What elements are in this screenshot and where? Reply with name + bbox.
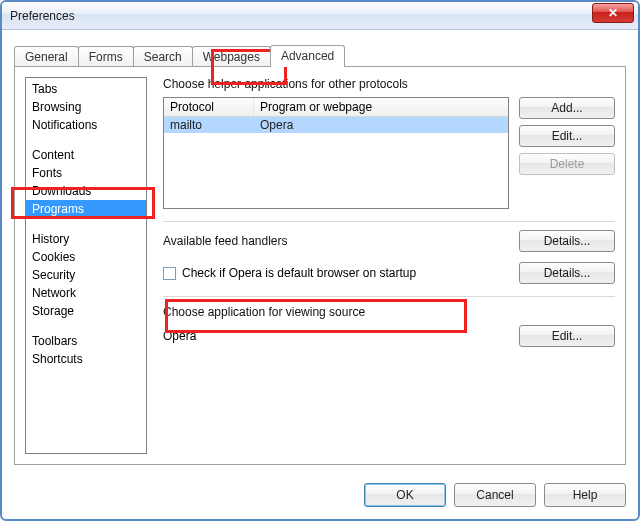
protocol-cell: mailto xyxy=(164,117,254,133)
feed-handlers-row: Available feed handlers Details... xyxy=(163,230,615,252)
edit-button[interactable]: Edit... xyxy=(519,125,615,147)
sidebar-item-browsing[interactable]: Browsing xyxy=(26,98,146,116)
tab-advanced[interactable]: Advanced xyxy=(270,45,345,67)
tab-forms[interactable]: Forms xyxy=(78,46,134,67)
sidebar-item-notifications[interactable]: Notifications xyxy=(26,116,146,134)
table-row[interactable]: mailto Opera xyxy=(164,117,508,133)
helper-apps-label: Choose helper applications for other pro… xyxy=(163,77,615,91)
tab-general[interactable]: General xyxy=(14,46,79,67)
protocol-col-header-protocol[interactable]: Protocol xyxy=(164,98,254,116)
close-icon: ✕ xyxy=(608,7,618,19)
protocol-table-header: Protocol Program or webpage xyxy=(164,98,508,117)
separator xyxy=(163,221,615,222)
sidebar-item-downloads[interactable]: Downloads xyxy=(26,182,146,200)
protocol-col-header-program[interactable]: Program or webpage xyxy=(254,98,508,116)
default-browser-row: Check if Opera is default browser on sta… xyxy=(163,262,615,284)
default-browser-label: Check if Opera is default browser on sta… xyxy=(182,266,416,280)
dialog-button-row: OK Cancel Help xyxy=(2,473,638,519)
preferences-window: Preferences ✕ General Forms Search Webpa… xyxy=(0,0,640,521)
titlebar: Preferences ✕ xyxy=(2,2,638,30)
default-browser-details-button[interactable]: Details... xyxy=(519,262,615,284)
sidebar-item-cookies[interactable]: Cookies xyxy=(26,248,146,266)
ok-button[interactable]: OK xyxy=(364,483,446,507)
feed-details-button[interactable]: Details... xyxy=(519,230,615,252)
client-area: General Forms Search Webpages Advanced T… xyxy=(2,30,638,473)
protocol-section: Protocol Program or webpage mailto Opera… xyxy=(163,97,615,209)
protocol-button-column: Add... Edit... Delete xyxy=(519,97,615,175)
sidebar-item-security[interactable]: Security xyxy=(26,266,146,284)
separator xyxy=(163,296,615,297)
tab-panel-advanced: Tabs Browsing Notifications Content Font… xyxy=(14,66,626,465)
view-source-row: Opera Edit... xyxy=(163,325,615,347)
view-source-label: Choose application for viewing source xyxy=(163,305,615,319)
protocol-table[interactable]: Protocol Program or webpage mailto Opera xyxy=(163,97,509,209)
add-button[interactable]: Add... xyxy=(519,97,615,119)
sidebar-item-history[interactable]: History xyxy=(26,230,146,248)
sidebar-item-toolbars[interactable]: Toolbars xyxy=(26,332,146,350)
sidebar-item-network[interactable]: Network xyxy=(26,284,146,302)
sidebar-item-tabs[interactable]: Tabs xyxy=(26,80,146,98)
program-cell: Opera xyxy=(254,117,508,133)
sidebar-item-shortcuts[interactable]: Shortcuts xyxy=(26,350,146,368)
sidebar-item-content[interactable]: Content xyxy=(26,146,146,164)
sidebar-item-fonts[interactable]: Fonts xyxy=(26,164,146,182)
programs-pane: Choose helper applications for other pro… xyxy=(163,77,615,454)
feed-handlers-label: Available feed handlers xyxy=(163,234,288,248)
default-browser-checkbox[interactable] xyxy=(163,267,176,280)
view-source-edit-button[interactable]: Edit... xyxy=(519,325,615,347)
tab-search[interactable]: Search xyxy=(133,46,193,67)
tab-row: General Forms Search Webpages Advanced xyxy=(14,42,626,66)
advanced-sidebar[interactable]: Tabs Browsing Notifications Content Font… xyxy=(25,77,147,454)
window-title: Preferences xyxy=(10,9,592,23)
close-button[interactable]: ✕ xyxy=(592,3,634,23)
help-button[interactable]: Help xyxy=(544,483,626,507)
tab-webpages[interactable]: Webpages xyxy=(192,46,271,67)
view-source-value: Opera xyxy=(163,329,196,343)
sidebar-item-programs[interactable]: Programs xyxy=(26,200,146,218)
sidebar-item-storage[interactable]: Storage xyxy=(26,302,146,320)
cancel-button[interactable]: Cancel xyxy=(454,483,536,507)
delete-button: Delete xyxy=(519,153,615,175)
